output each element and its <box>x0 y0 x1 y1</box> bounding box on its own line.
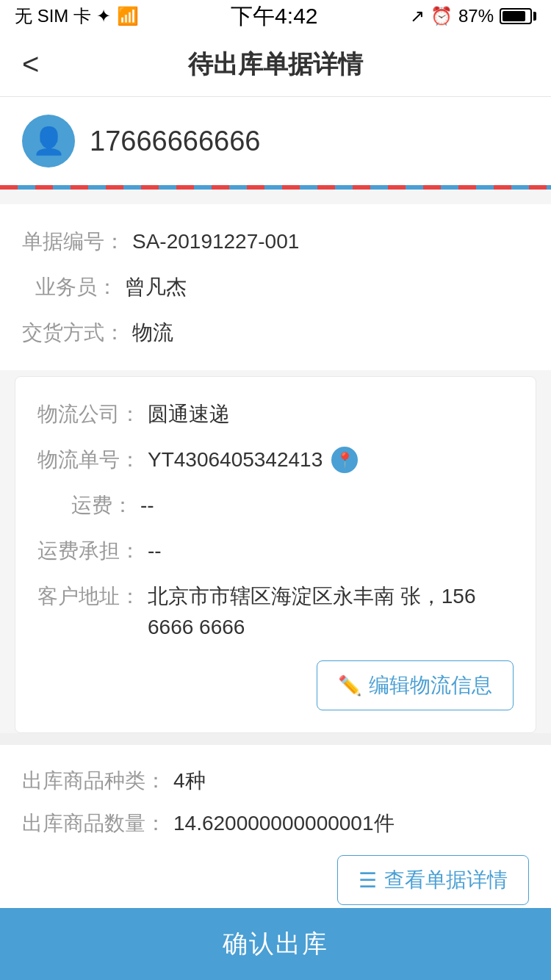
user-phone: 17666666666 <box>90 126 260 157</box>
avatar-icon: 👤 <box>32 126 65 156</box>
salesman-value: 曾凡杰 <box>125 272 529 303</box>
goods-type-row: 出库商品种类： 4种 <box>22 767 529 795</box>
order-number-row: 单据编号： SA-20191227-001 <box>22 226 529 257</box>
logistics-freight-value: -- <box>140 490 514 521</box>
battery-indicator <box>500 8 536 24</box>
delivery-label: 交货方式： <box>22 317 125 348</box>
goods-quantity-row: 出库商品数量： 14.620000000000001件 <box>22 810 529 837</box>
goods-type-label: 出库商品种类： <box>22 767 166 795</box>
logistics-tracking-label: 物流单号： <box>37 444 140 475</box>
user-header: 👤 17666666666 <box>0 97 551 185</box>
edit-logistics-button[interactable]: ✏️ 编辑物流信息 <box>317 660 514 710</box>
alarm-icon: ⏰ <box>431 6 453 26</box>
status-right: ↗ ⏰ 87% <box>410 6 536 26</box>
logistics-freight-label: 运费： <box>37 490 133 521</box>
logistics-company-row: 物流公司： 圆通速递 <box>37 399 514 430</box>
logistics-address-label: 客户地址： <box>37 581 140 612</box>
logistics-address-value: 北京市市辖区海淀区永丰南 张，156 6666 6666 <box>148 581 514 643</box>
logistics-freight-bear-row: 运费承担： -- <box>37 536 514 566</box>
page-title: 待出库单据详情 <box>188 48 363 82</box>
salesman-row: 业务员： 曾凡杰 <box>22 272 529 303</box>
battery-percent: 87% <box>458 6 494 26</box>
logistics-section: 物流公司： 圆通速递 物流单号： YT43064053424​13 📍 运费： … <box>15 376 536 733</box>
status-time: 下午4:42 <box>231 1 317 32</box>
goods-quantity-value: 14.620000000000001件 <box>173 810 395 837</box>
confirm-bar[interactable]: 确认出库 <box>0 908 551 980</box>
goods-section: 出库商品种类： 4种 出库商品数量： 14.620000000000001件 ☰… <box>0 745 551 927</box>
edit-icon: ✏️ <box>338 674 361 697</box>
avatar: 👤 <box>22 115 75 167</box>
logistics-freight-bear-label: 运费承担： <box>37 536 140 566</box>
order-info-section: 单据编号： SA-20191227-001 业务员： 曾凡杰 交货方式： 物流 <box>0 204 551 370</box>
confirm-button-label: 确认出库 <box>223 927 328 961</box>
sim-status: 无 SIM 卡 ✦ <box>15 4 111 28</box>
logistics-company-value: 圆通速递 <box>148 399 514 430</box>
edit-btn-row: ✏️ 编辑物流信息 <box>37 660 514 710</box>
logistics-address-row: 客户地址： 北京市市辖区海淀区永丰南 张，156 6666 6666 <box>37 581 514 643</box>
map-pin-icon[interactable]: 📍 <box>331 447 358 473</box>
logistics-company-label: 物流公司： <box>37 399 140 430</box>
logistics-freight-bear-value: -- <box>148 536 514 566</box>
view-detail-button[interactable]: ☰ 查看单据详情 <box>337 855 529 905</box>
delivery-row: 交货方式： 物流 <box>22 317 529 348</box>
edit-logistics-label: 编辑物流信息 <box>369 671 492 699</box>
wifi-icon: 📶 <box>117 6 139 26</box>
view-detail-label: 查看单据详情 <box>384 866 508 894</box>
status-bar: 无 SIM 卡 ✦ 📶 下午4:42 ↗ ⏰ 87% <box>0 0 551 32</box>
salesman-label: 业务员： <box>22 272 118 303</box>
order-number-value: SA-20191227-001 <box>132 226 529 257</box>
detail-btn-row: ☰ 查看单据详情 <box>22 855 529 905</box>
goods-type-value: 4种 <box>173 767 206 795</box>
back-button[interactable]: < <box>22 48 39 81</box>
detail-list-icon: ☰ <box>359 868 377 893</box>
delivery-value: 物流 <box>132 317 529 348</box>
goods-quantity-label: 出库商品数量： <box>22 810 166 837</box>
logistics-tracking-value: YT43064053424​13 📍 <box>148 444 514 475</box>
logistics-tracking-row: 物流单号： YT43064053424​13 📍 <box>37 444 514 475</box>
section-separator <box>0 733 551 745</box>
dashed-divider <box>0 185 551 190</box>
status-left: 无 SIM 卡 ✦ 📶 <box>15 4 139 28</box>
nav-bar: < 待出库单据详情 <box>0 32 551 97</box>
logistics-freight-row: 运费： -- <box>37 490 514 521</box>
order-number-label: 单据编号： <box>22 226 125 257</box>
location-status-icon: ↗ <box>410 6 425 26</box>
